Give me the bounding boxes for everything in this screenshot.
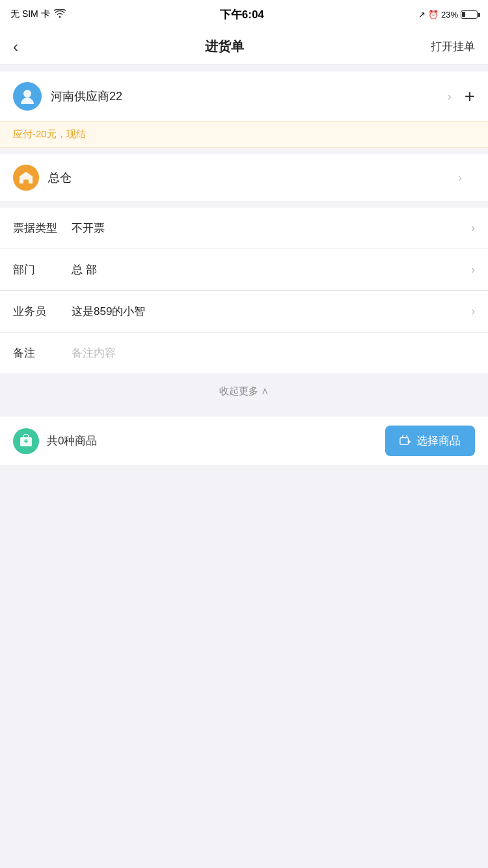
form-row-department[interactable]: 部门 总 部 › xyxy=(0,249,488,291)
sim-status: 无 SIM 卡 xyxy=(10,8,50,20)
warehouse-icon xyxy=(13,165,39,191)
form-row-note[interactable]: 备注 备注内容 xyxy=(0,332,488,373)
svg-rect-5 xyxy=(400,437,409,444)
invoice-label: 票据类型 xyxy=(13,221,72,236)
supplier-section: 河南供应商22 › + 应付-20元，现结 xyxy=(0,72,488,148)
department-chevron-icon: › xyxy=(471,263,475,277)
bottom-bar: 共0种商品 选择商品 xyxy=(0,416,488,465)
gray-area xyxy=(0,465,488,660)
battery-icon xyxy=(461,10,478,19)
warehouse-section: 总仓 › xyxy=(0,154,488,201)
svg-rect-1 xyxy=(23,180,29,183)
form-row-salesperson[interactable]: 业务员 这是859的小智 › xyxy=(0,291,488,332)
note-label: 备注 xyxy=(13,346,72,360)
notice-banner: 应付-20元，现结 xyxy=(0,121,488,148)
notice-text: 应付-20元，现结 xyxy=(13,128,86,139)
back-button[interactable]: ‹ xyxy=(13,38,18,56)
form-section: 票据类型 不开票 › 部门 总 部 › 业务员 这是859的小智 › 备注 备注… xyxy=(0,208,488,373)
product-count-icon xyxy=(13,428,39,454)
location-icon: ↗ xyxy=(418,10,426,20)
note-input[interactable]: 备注内容 xyxy=(72,346,475,360)
nav-bar: ‹ 进货单 打开挂单 xyxy=(0,29,488,65)
add-button[interactable]: + xyxy=(465,87,475,105)
salesperson-value: 这是859的小智 xyxy=(72,304,471,319)
alarm-icon: ⏰ xyxy=(428,10,439,20)
warehouse-name: 总仓 xyxy=(48,170,458,185)
department-value: 总 部 xyxy=(72,262,471,277)
department-label: 部门 xyxy=(13,262,72,277)
status-bar: 无 SIM 卡 下午6:04 ↗ ⏰ 23% xyxy=(0,0,488,29)
wifi-icon xyxy=(54,9,66,20)
select-product-label: 选择商品 xyxy=(416,433,461,448)
collapse-button[interactable]: 收起更多 ∧ xyxy=(0,373,488,409)
form-row-invoice[interactable]: 票据类型 不开票 › xyxy=(0,208,488,249)
warehouse-chevron-icon: › xyxy=(458,171,462,185)
select-product-icon xyxy=(400,435,411,447)
supplier-chevron-icon: › xyxy=(448,90,452,103)
product-count-text: 共0种商品 xyxy=(47,433,385,448)
invoice-chevron-icon: › xyxy=(471,221,475,235)
salesperson-label: 业务员 xyxy=(13,304,72,319)
select-product-button[interactable]: 选择商品 xyxy=(385,426,475,456)
salesperson-chevron-icon: › xyxy=(471,305,475,318)
page-title: 进货单 xyxy=(205,38,244,55)
open-pending-button[interactable]: 打开挂单 xyxy=(431,39,475,54)
status-left: 无 SIM 卡 xyxy=(10,8,66,20)
svg-point-0 xyxy=(23,90,31,98)
warehouse-row[interactable]: 总仓 › xyxy=(0,154,488,201)
invoice-value: 不开票 xyxy=(72,221,471,236)
divider-top xyxy=(0,65,488,72)
battery-percent: 23% xyxy=(441,10,458,20)
status-right: ↗ ⏰ 23% xyxy=(418,10,478,20)
supplier-row[interactable]: 河南供应商22 › + xyxy=(0,72,488,121)
supplier-name: 河南供应商22 xyxy=(51,88,448,104)
status-time: 下午6:04 xyxy=(220,7,264,22)
supplier-avatar xyxy=(13,82,42,111)
